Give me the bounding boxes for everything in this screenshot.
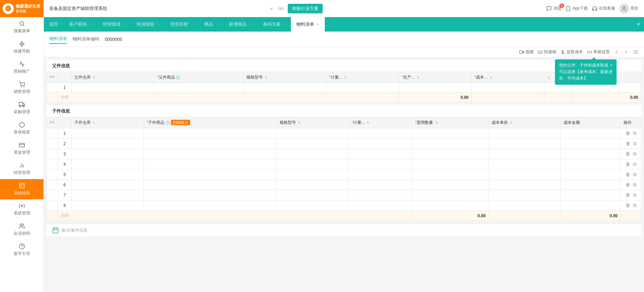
- sidebar-item-guide[interactable]: 新手引导: [0, 240, 44, 260]
- sidebar-item-system[interactable]: 系统管理: [0, 199, 44, 220]
- sidebar-item-collab[interactable]: 企业协同: [0, 220, 44, 240]
- child-row-product[interactable]: [144, 190, 276, 200]
- tab-profit[interactable]: 利润报告 ×: [131, 17, 165, 32]
- tab-operations[interactable]: 经营情况 ×: [97, 17, 131, 32]
- child-row-spec[interactable]: [276, 149, 349, 159]
- delete-row-icon[interactable]: 🗑: [626, 182, 630, 188]
- parent-row-produce[interactable]: [399, 83, 471, 92]
- tab-products[interactable]: 商品 ×: [199, 17, 223, 32]
- sidebar-item-marketing[interactable]: 营销推广: [0, 58, 44, 78]
- child-row-warehouse[interactable]: [72, 190, 144, 200]
- copy-row-icon[interactable]: ⧉: [633, 130, 636, 136]
- child-row-unit[interactable]: [349, 170, 412, 180]
- close-new-product-tab[interactable]: ×: [249, 22, 251, 26]
- delete-row-icon[interactable]: 🗑: [626, 192, 630, 198]
- child-row-warehouse[interactable]: [72, 159, 144, 170]
- child-row-spec[interactable]: [276, 128, 349, 139]
- close-history-tab[interactable]: ×: [191, 22, 193, 26]
- tab-barcode[interactable]: 条码方案 ×: [257, 17, 291, 32]
- online-service-btn[interactable]: 在线客服: [592, 5, 615, 11]
- view-btn[interactable]: 视频: [519, 49, 534, 55]
- child-row-qty[interactable]: [412, 180, 488, 190]
- delete-row-icon[interactable]: 🗑: [626, 202, 630, 208]
- copy-row-icon[interactable]: ⧉: [633, 202, 636, 208]
- child-row-warehouse[interactable]: [72, 128, 144, 139]
- close-barcode-tab[interactable]: ×: [283, 22, 285, 26]
- delete-row-icon[interactable]: 🗑: [626, 141, 630, 147]
- close-customers-tab[interactable]: ×: [90, 22, 92, 26]
- child-row-unit[interactable]: [349, 149, 412, 159]
- hotkey-btn[interactable]: 快捷键: [538, 49, 556, 55]
- sidebar-item-operations[interactable]: 经营管理: [0, 159, 44, 179]
- next-icon[interactable]: [623, 49, 629, 55]
- child-row-warehouse[interactable]: [72, 170, 144, 180]
- delete-row-icon[interactable]: 🗑: [626, 151, 630, 157]
- child-row-product[interactable]: [144, 170, 276, 180]
- child-row-qty[interactable]: [412, 200, 488, 211]
- child-row-unit[interactable]: [349, 190, 412, 200]
- close-products-tab[interactable]: ×: [216, 22, 218, 26]
- tooltip-close-btn[interactable]: ×: [610, 62, 612, 69]
- page-tab-bom[interactable]: 物料清单: [49, 34, 67, 44]
- copy-row-icon[interactable]: ⧉: [633, 151, 636, 157]
- child-row-spec[interactable]: [276, 139, 349, 149]
- sidebar-item-basic-info[interactable]: 基础信息: [0, 179, 44, 199]
- close-operations-tab[interactable]: ×: [123, 22, 125, 26]
- child-row-unit[interactable]: [349, 139, 412, 149]
- child-row-warehouse[interactable]: [72, 200, 144, 211]
- tab-home[interactable]: 首页: [44, 17, 64, 32]
- sidebar-item-quick-nav[interactable]: 快捷导航: [0, 37, 44, 58]
- sidebar-item-purchase[interactable]: 采购管理: [0, 98, 44, 118]
- child-row-spec[interactable]: [276, 180, 349, 190]
- app-download-btn[interactable]: App下载: [566, 5, 588, 11]
- delete-row-icon[interactable]: 🗑: [626, 161, 630, 167]
- child-row-warehouse[interactable]: [72, 139, 144, 149]
- copy-row-icon[interactable]: ⧉: [633, 141, 636, 147]
- child-col-settings[interactable]: [47, 117, 58, 128]
- user-menu[interactable]: 用友: [619, 4, 639, 13]
- child-row-product[interactable]: [144, 200, 276, 211]
- child-row-spec[interactable]: [276, 170, 349, 180]
- copy-row-icon[interactable]: ⧉: [633, 172, 636, 177]
- tab-bom[interactable]: 物料清单 ×: [291, 17, 324, 32]
- child-row-product[interactable]: [144, 180, 276, 190]
- copy-row-icon[interactable]: ⧉: [633, 161, 636, 167]
- child-row-product[interactable]: [144, 159, 276, 170]
- scan-btn[interactable]: 扫码录入: [171, 120, 190, 125]
- child-row-qty[interactable]: [412, 190, 488, 200]
- child-row-unit[interactable]: [349, 159, 412, 170]
- child-row-product[interactable]: [144, 149, 276, 159]
- parent-col-settings[interactable]: [47, 72, 58, 83]
- child-row-qty[interactable]: [412, 139, 488, 149]
- dropdown-icon[interactable]: [269, 6, 274, 11]
- child-row-spec[interactable]: [276, 200, 349, 211]
- extract-cost-btn[interactable]: 提取成本: [560, 49, 583, 55]
- messages-btn[interactable]: 消息 6: [546, 5, 561, 11]
- trial-btn[interactable]: 体验行业方案: [288, 4, 323, 13]
- child-row-unit-cost[interactable]: [488, 139, 561, 149]
- child-row-spec[interactable]: [276, 190, 349, 200]
- child-row-unit-cost[interactable]: [488, 190, 561, 200]
- child-row-unit[interactable]: [349, 128, 412, 139]
- parent-row-unit[interactable]: [326, 83, 399, 92]
- tab-customers[interactable]: 客户联络 ×: [64, 17, 97, 32]
- copy-row-icon[interactable]: ⧉: [633, 192, 636, 198]
- settings-icon[interactable]: [278, 6, 284, 11]
- sidebar-item-sales[interactable]: 销售管理: [0, 78, 44, 98]
- child-row-unit-cost[interactable]: [488, 180, 561, 190]
- single-settings-btn[interactable]: 单据设置: [587, 49, 610, 55]
- child-row-unit[interactable]: [349, 180, 412, 190]
- copy-row-icon[interactable]: ⧉: [633, 182, 636, 188]
- child-row-warehouse[interactable]: [72, 149, 144, 159]
- sidebar-item-inventory[interactable]: 库存核算: [0, 118, 44, 139]
- sidebar-item-finance[interactable]: 资金管理: [0, 139, 44, 159]
- parent-row-cost[interactable]: [471, 83, 544, 92]
- close-all-tabs[interactable]: ×: [633, 21, 644, 27]
- delete-row-icon[interactable]: 🗑: [626, 130, 630, 136]
- child-row-unit-cost[interactable]: [488, 200, 561, 211]
- child-row-unit-cost[interactable]: [488, 128, 561, 139]
- child-row-qty[interactable]: [412, 149, 488, 159]
- close-bom-tab[interactable]: ×: [317, 22, 319, 26]
- close-profit-tab[interactable]: ×: [157, 22, 159, 26]
- child-row-unit-cost[interactable]: [488, 149, 561, 159]
